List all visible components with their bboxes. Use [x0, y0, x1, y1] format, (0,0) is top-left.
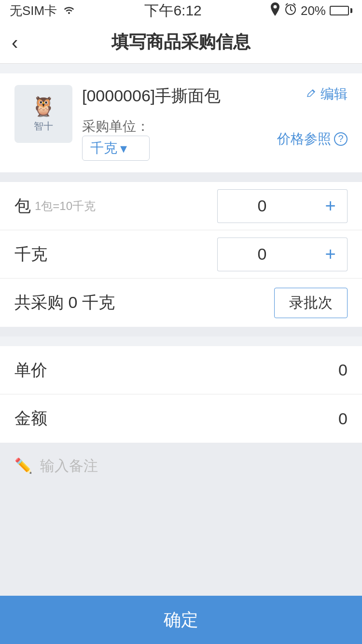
pencil-icon: ✏️ — [14, 457, 32, 474]
unit-dropdown[interactable]: 千克 ▾ — [82, 136, 150, 161]
bag-input-right: + — [217, 189, 348, 223]
unit-price-row: 单价 0 — [0, 346, 362, 394]
kg-quantity-input[interactable] — [217, 238, 314, 271]
alarm-icon — [284, 2, 297, 19]
nav-bar: ‹ 填写商品采购信息 — [0, 21, 362, 64]
help-icon: ? — [334, 132, 348, 146]
bag-plus-button[interactable]: + — [314, 189, 348, 223]
price-section: 单价 0 金额 0 — [0, 346, 362, 443]
bag-label: 包 — [14, 195, 31, 217]
wifi-icon — [62, 3, 76, 18]
status-left: 无SIM卡 — [10, 2, 76, 19]
bag-input-row: 包 1包=10千克 + — [0, 182, 362, 230]
summary-section: 共采购 0 千克 录批次 — [0, 279, 362, 327]
kg-label: 千克 — [14, 243, 47, 266]
battery-icon — [330, 6, 352, 15]
product-info: [0000006]手撕面包 编辑 采购单位： 千克 ▾ 价格 — [82, 85, 348, 161]
confirm-label: 确定 — [164, 608, 198, 632]
status-bar: 无SIM卡 下午6:12 20% — [0, 0, 362, 21]
svg-line-2 — [291, 10, 292, 11]
battery-percent: 20% — [301, 3, 326, 18]
owl-logo-icon: 🦉 — [31, 95, 56, 118]
chevron-down-icon: ▾ — [120, 140, 127, 156]
edit-button[interactable]: 编辑 — [306, 85, 348, 103]
price-reference-button[interactable]: 价格参照 ? — [277, 130, 348, 148]
kg-plus-button[interactable]: + — [314, 238, 348, 271]
note-section[interactable]: ✏️ 输入备注 — [0, 443, 362, 607]
batch-button[interactable]: 录批次 — [274, 288, 348, 318]
kg-input-right: + — [217, 238, 348, 271]
amount-value: 0 — [338, 409, 348, 428]
unit-price-label: 单价 — [14, 359, 47, 381]
summary-row: 共采购 0 千克 录批次 — [0, 279, 362, 327]
product-card: 🦉 智十 [0000006]手撕面包 编辑 采购单位： 千克 ▾ — [0, 73, 362, 172]
note-placeholder: 输入备注 — [40, 456, 98, 476]
amount-row: 金额 0 — [0, 394, 362, 443]
back-button[interactable]: ‹ — [12, 33, 18, 52]
product-thumbnail: 🦉 智十 — [14, 85, 72, 143]
divider-1 — [0, 172, 362, 182]
kg-input-row: 千克 + — [0, 230, 362, 279]
page-title: 填写商品采购信息 — [111, 30, 251, 54]
confirm-bar[interactable]: 确定 — [0, 596, 362, 644]
main-content: 🦉 智十 [0000006]手撕面包 编辑 采购单位： 千克 ▾ — [0, 73, 362, 644]
bag-sublabel: 1包=10千克 — [35, 198, 96, 214]
product-name: [0000006]手撕面包 — [82, 85, 306, 107]
amount-label: 金额 — [14, 407, 47, 430]
status-right: 20% — [270, 2, 352, 19]
unit-label-group: 采购单位： 千克 ▾ — [82, 117, 150, 161]
divider-2 — [0, 327, 362, 336]
product-unit-row: 采购单位： 千克 ▾ 价格参照 ? — [82, 117, 348, 161]
product-header: [0000006]手撕面包 编辑 — [82, 85, 348, 107]
unit-label: 采购单位： — [82, 119, 150, 134]
status-time: 下午6:12 — [144, 1, 201, 21]
input-section: 包 1包=10千克 + 千克 + — [0, 182, 362, 279]
location-icon — [270, 2, 280, 19]
carrier-text: 无SIM卡 — [10, 2, 57, 19]
bag-quantity-input[interactable] — [217, 189, 314, 223]
unit-price-value: 0 — [338, 361, 348, 379]
brand-text: 智十 — [34, 120, 53, 133]
summary-text: 共采购 0 千克 — [14, 292, 115, 314]
